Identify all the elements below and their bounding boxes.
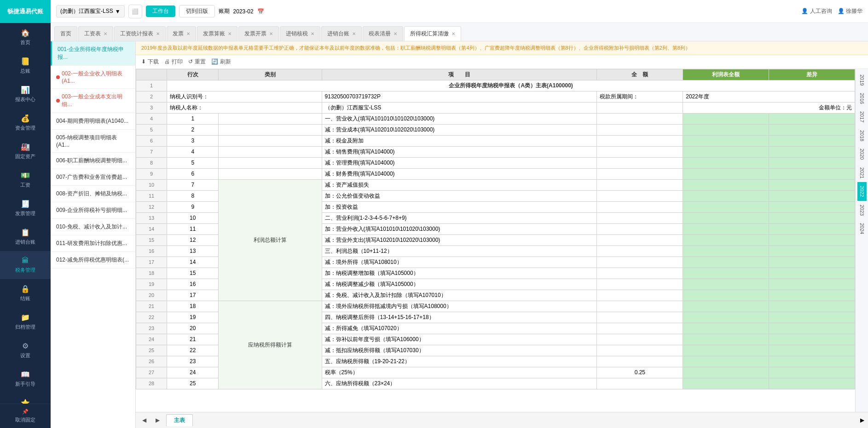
- cell-profit-amount[interactable]: [683, 212, 769, 223]
- user-service[interactable]: 👤 人工咨询: [801, 7, 832, 15]
- cell-profit-amount[interactable]: [683, 190, 769, 201]
- cell-amount[interactable]: [597, 345, 683, 356]
- sidebar-bottom[interactable]: 📌 取消固定: [0, 404, 51, 428]
- left-panel-item-009[interactable]: 009-企业所得税补亏损明细...: [51, 202, 135, 219]
- cell-amount[interactable]: 0.25: [597, 367, 683, 378]
- spreadsheet-wrap[interactable]: 行次 类别 项 目 全 额 利润表全额 差异 1 企业所得税年度纳税申报表（A类…: [136, 69, 855, 412]
- sidebar-item-invoice[interactable]: 🧾发票管理: [0, 194, 51, 223]
- cell-amount[interactable]: [597, 279, 683, 290]
- cell-profit-amount[interactable]: [683, 223, 769, 234]
- tab-in_out[interactable]: 进销核税✕: [280, 26, 320, 41]
- left-panel-item-003[interactable]: 003-一般企业成本支出明细...: [51, 89, 135, 113]
- cell-diff[interactable]: [769, 301, 855, 312]
- cell-diff[interactable]: [769, 290, 855, 301]
- cell-amount[interactable]: [597, 135, 683, 146]
- company-selector[interactable]: (勿删）江西服宝-LSS ▼: [56, 5, 125, 17]
- year-item-2016[interactable]: 2016: [857, 89, 867, 108]
- download-button[interactable]: ⬇ 下载: [141, 58, 159, 66]
- tab-tax_clear[interactable]: 税表清册✕: [363, 26, 403, 41]
- cell-diff[interactable]: [769, 179, 855, 190]
- close-icon[interactable]: ✕: [269, 31, 273, 36]
- left-panel-item-001[interactable]: 001-企业所得税年度纳税申报...: [51, 41, 135, 66]
- cell-profit-amount[interactable]: [683, 279, 769, 290]
- sidebar-item-settings[interactable]: ⚙设置: [0, 336, 51, 365]
- cell-profit-amount[interactable]: [683, 146, 769, 157]
- cell-amount[interactable]: [597, 234, 683, 245]
- sheet-tab-main[interactable]: 主表: [166, 414, 193, 426]
- cell-profit-amount[interactable]: [683, 290, 769, 301]
- cell-amount[interactable]: [597, 212, 683, 223]
- cell-diff[interactable]: [769, 334, 855, 345]
- cell-amount[interactable]: [597, 323, 683, 334]
- cell-diff[interactable]: [769, 268, 855, 279]
- left-panel-item-008[interactable]: 008-资产折旧、摊销及纳税...: [51, 186, 135, 202]
- cell-amount[interactable]: [597, 301, 683, 312]
- tab-salary_stat[interactable]: 工资统计报表✕: [114, 26, 166, 41]
- cell-diff[interactable]: [769, 378, 855, 389]
- tab-invoice_open[interactable]: 发票开票✕: [238, 26, 279, 41]
- cell-amount[interactable]: [597, 168, 683, 179]
- cell-amount[interactable]: [597, 312, 683, 323]
- year-item-2021[interactable]: 2021: [857, 164, 867, 182]
- sidebar-item-fixed[interactable]: 🏭固定资产: [0, 137, 51, 165]
- cell-diff[interactable]: [769, 345, 855, 356]
- left-panel-item-012[interactable]: 012-减免所得税优惠明细表(...: [51, 252, 135, 268]
- year-item-2023[interactable]: 2023: [857, 201, 867, 219]
- cell-amount[interactable]: [597, 146, 683, 157]
- cell-profit-amount[interactable]: [683, 345, 769, 356]
- year-item-2017[interactable]: 2017: [857, 108, 867, 126]
- cell-amount[interactable]: [597, 157, 683, 168]
- cell-amount[interactable]: [597, 334, 683, 345]
- tab-in_out_ledger[interactable]: 进销台账✕: [321, 26, 362, 41]
- sidebar-item-member[interactable]: ⭐畅会员: [0, 393, 51, 404]
- cell-profit-amount[interactable]: [683, 301, 769, 312]
- copy-icon-btn[interactable]: ⬜: [128, 5, 142, 18]
- cell-diff[interactable]: [769, 279, 855, 290]
- tab-income_tax[interactable]: 所得税汇算清缴✕: [404, 26, 461, 41]
- cell-diff[interactable]: [769, 157, 855, 168]
- year-item-2020[interactable]: 2020: [857, 145, 867, 163]
- cell-diff[interactable]: [769, 113, 855, 124]
- tab-invoice_calc[interactable]: 发票算账✕: [197, 26, 237, 41]
- cell-amount[interactable]: [597, 268, 683, 279]
- cell-diff[interactable]: [769, 223, 855, 234]
- cell-diff[interactable]: [769, 245, 855, 257]
- sidebar-item-salary[interactable]: 💵工资: [0, 165, 51, 194]
- cell-amount[interactable]: [597, 201, 683, 212]
- cell-amount[interactable]: [597, 290, 683, 301]
- close-icon[interactable]: ✕: [228, 31, 231, 36]
- cell-profit-amount[interactable]: [683, 367, 769, 378]
- print-button[interactable]: 🖨 打印: [164, 58, 183, 66]
- left-panel-item-002[interactable]: 002-一般企业收入明细表(A1...: [51, 66, 135, 89]
- left-panel-item-005[interactable]: 005-纳税调整项目明细表(A1...: [51, 130, 135, 153]
- cell-diff[interactable]: [769, 201, 855, 212]
- cell-diff[interactable]: [769, 135, 855, 146]
- sidebar-item-fund[interactable]: 💰资金管理: [0, 108, 51, 137]
- cell-profit-amount[interactable]: [683, 135, 769, 146]
- nav-next[interactable]: ▶: [153, 416, 162, 424]
- close-icon[interactable]: ✕: [393, 31, 397, 36]
- cell-diff[interactable]: [769, 257, 855, 268]
- cell-diff[interactable]: [769, 190, 855, 201]
- tab-salary[interactable]: 工资表✕: [78, 26, 113, 41]
- cell-amount[interactable]: [597, 179, 683, 190]
- left-panel-item-004[interactable]: 004-期间费用明细表(A1040...: [51, 113, 135, 130]
- cell-amount[interactable]: [597, 124, 683, 135]
- year-item-2022[interactable]: 2022: [857, 182, 867, 200]
- cell-diff[interactable]: [769, 323, 855, 334]
- cell-amount[interactable]: [597, 245, 683, 257]
- left-panel-item-010[interactable]: 010-免税、减计收入及加计...: [51, 219, 135, 235]
- scroll-right-icon[interactable]: ▶: [860, 417, 864, 423]
- tab-invoice[interactable]: 发票✕: [167, 26, 196, 41]
- workstation-button[interactable]: 工作台: [146, 6, 175, 17]
- cell-profit-amount[interactable]: [683, 168, 769, 179]
- cell-profit-amount[interactable]: [683, 334, 769, 345]
- year-item-2024[interactable]: 2024: [857, 219, 867, 238]
- cell-profit-amount[interactable]: [683, 356, 769, 367]
- cell-amount[interactable]: [597, 257, 683, 268]
- sidebar-item-tax[interactable]: 🏛税务管理: [0, 251, 51, 279]
- year-item-2019[interactable]: 2019: [857, 71, 867, 89]
- cell-diff[interactable]: [769, 146, 855, 157]
- cell-profit-amount[interactable]: [683, 323, 769, 334]
- cell-diff[interactable]: [769, 124, 855, 135]
